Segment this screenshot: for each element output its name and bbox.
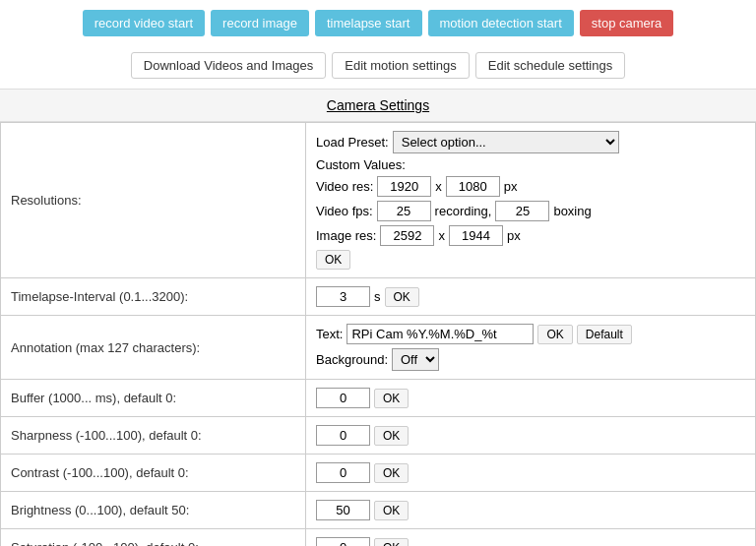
video-fps-label: Video fps: <box>316 204 373 218</box>
sharpness-value-input[interactable] <box>316 425 370 446</box>
buffer-ok-button[interactable]: OK <box>374 389 409 408</box>
load-preset-select[interactable]: Select option... <box>393 131 619 153</box>
annotation-bg-label: Background: <box>316 352 388 367</box>
image-res-height-input[interactable] <box>449 225 503 246</box>
video-res-x1: x <box>435 179 442 194</box>
record-video-start-button[interactable]: record video start <box>83 10 205 36</box>
timelapse-unit: s <box>374 289 381 304</box>
annotation-text-input[interactable] <box>346 324 534 344</box>
brightness-row: Brightness (0...100), default 50: OK <box>1 492 756 529</box>
resolutions-row: Resolutions: Load Preset: Select option.… <box>1 123 756 278</box>
image-res-width-input[interactable] <box>380 225 434 246</box>
annotation-label: Annotation (max 127 characters): <box>1 316 306 380</box>
recording-label: recording, <box>435 204 492 218</box>
resolutions-label: Resolutions: <box>1 123 306 278</box>
custom-values-label: Custom Values: <box>316 157 406 172</box>
saturation-value-input[interactable] <box>316 537 370 546</box>
load-preset-label: Load Preset: <box>316 135 389 150</box>
contrast-value-input[interactable] <box>316 462 370 483</box>
timelapse-content: s OK <box>306 278 756 316</box>
secondary-buttons-bar: Download Videos and Images Edit motion s… <box>0 46 756 89</box>
brightness-ok-button[interactable]: OK <box>374 501 409 520</box>
annotation-content: Text: OK Default Background: OffOn <box>306 316 756 380</box>
brightness-value-input[interactable] <box>316 500 370 520</box>
resolutions-ok-button[interactable]: OK <box>316 250 350 270</box>
edit-motion-settings-button[interactable]: Edit motion settings <box>332 52 469 79</box>
contrast-label: Contrast (-100...100), default 0: <box>1 455 306 492</box>
annotation-default-button[interactable]: Default <box>577 325 632 344</box>
video-res-height-input[interactable] <box>446 176 500 197</box>
brightness-content: OK <box>306 492 756 529</box>
buffer-row: Buffer (1000... ms), default 0: OK <box>1 380 756 417</box>
saturation-label: Saturation (-100...100), default 0: <box>1 529 306 547</box>
timelapse-start-button[interactable]: timelapse start <box>315 10 422 36</box>
annotation-ok-button[interactable]: OK <box>537 325 572 344</box>
top-buttons-bar: record video start record image timelaps… <box>0 0 756 46</box>
video-res-width-input[interactable] <box>377 176 431 197</box>
boxing-label: boxing <box>553 204 591 218</box>
camera-settings-title: Camera Settings <box>0 89 756 122</box>
image-res-px: px <box>507 228 521 243</box>
annotation-row: Annotation (max 127 characters): Text: O… <box>1 316 756 380</box>
buffer-value-input[interactable] <box>316 388 370 408</box>
image-res-label: Image res: <box>316 228 376 243</box>
saturation-row: Saturation (-100...100), default 0: OK <box>1 529 756 547</box>
annotation-text-label: Text: <box>316 327 343 341</box>
sharpness-label: Sharpness (-100...100), default 0: <box>1 417 306 455</box>
buffer-content: OK <box>306 380 756 417</box>
timelapse-label: Timelapse-Interval (0.1...3200): <box>1 278 306 316</box>
saturation-content: OK <box>306 529 756 547</box>
sharpness-content: OK <box>306 417 756 455</box>
sharpness-ok-button[interactable]: OK <box>374 426 409 446</box>
saturation-ok-button[interactable]: OK <box>374 538 409 547</box>
edit-schedule-settings-button[interactable]: Edit schedule settings <box>475 52 625 79</box>
record-image-button[interactable]: record image <box>211 10 309 36</box>
timelapse-value-input[interactable] <box>316 286 370 307</box>
buffer-label: Buffer (1000... ms), default 0: <box>1 380 306 417</box>
sharpness-row: Sharpness (-100...100), default 0: OK <box>1 417 756 455</box>
annotation-bg-select[interactable]: OffOn <box>392 348 439 371</box>
settings-table: Resolutions: Load Preset: Select option.… <box>0 122 756 546</box>
contrast-content: OK <box>306 455 756 492</box>
motion-detection-start-button[interactable]: motion detection start <box>428 10 574 36</box>
stop-camera-button[interactable]: stop camera <box>580 10 674 36</box>
brightness-label: Brightness (0...100), default 50: <box>1 492 306 529</box>
contrast-row: Contrast (-100...100), default 0: OK <box>1 455 756 492</box>
image-res-x: x <box>438 228 445 243</box>
contrast-ok-button[interactable]: OK <box>374 463 409 483</box>
video-fps2-input[interactable] <box>495 201 549 221</box>
resolutions-content: Load Preset: Select option... Custom Val… <box>306 123 756 278</box>
video-res-label: Video res: <box>316 179 373 194</box>
timelapse-interval-row: Timelapse-Interval (0.1...3200): s OK <box>1 278 756 316</box>
timelapse-ok-button[interactable]: OK <box>385 287 419 307</box>
video-res-px: px <box>504 179 518 194</box>
video-fps-input[interactable] <box>377 201 431 221</box>
download-videos-images-button[interactable]: Download Videos and Images <box>131 52 327 79</box>
